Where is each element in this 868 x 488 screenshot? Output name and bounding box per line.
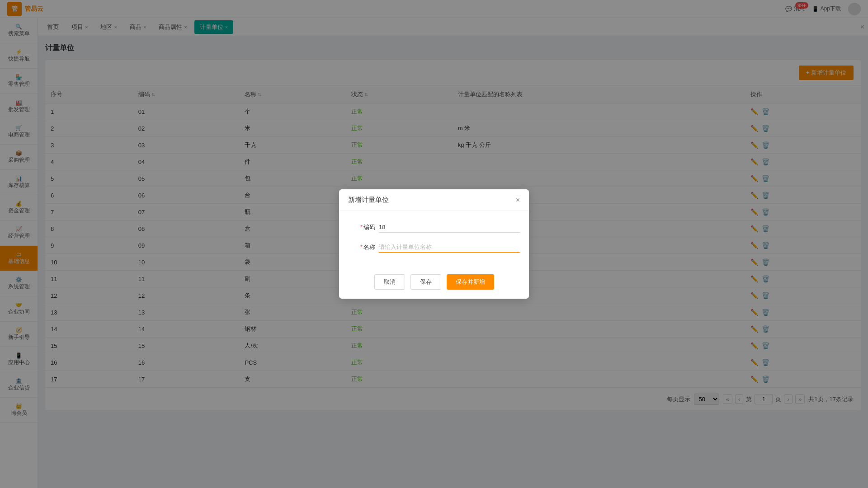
save-button[interactable]: 保存 xyxy=(410,274,441,290)
modal-title: 新增计量单位 xyxy=(348,196,389,204)
save-and-new-button[interactable]: 保存并新增 xyxy=(447,274,494,290)
form-item-name: *名称 xyxy=(348,242,520,253)
form-name-label: *名称 xyxy=(348,243,375,251)
modal-body: *编码 *名称 xyxy=(339,211,529,269)
modal-footer: 取消 保存 保存并新增 xyxy=(339,269,529,299)
modal-header: 新增计量单位 × xyxy=(339,189,529,211)
modal-close-button[interactable]: × xyxy=(516,196,520,204)
modal-overlay[interactable]: 新增计量单位 × *编码 *名称 取消 保存 保存并新增 xyxy=(0,0,868,488)
form-code-label: *编码 xyxy=(348,223,375,231)
form-item-code: *编码 xyxy=(348,222,520,233)
add-measure-unit-modal: 新增计量单位 × *编码 *名称 取消 保存 保存并新增 xyxy=(339,189,529,299)
cancel-button[interactable]: 取消 xyxy=(374,274,405,290)
code-input[interactable] xyxy=(379,222,520,233)
required-mark-name: * xyxy=(360,244,363,250)
name-input[interactable] xyxy=(379,242,520,253)
required-mark-code: * xyxy=(360,224,363,230)
